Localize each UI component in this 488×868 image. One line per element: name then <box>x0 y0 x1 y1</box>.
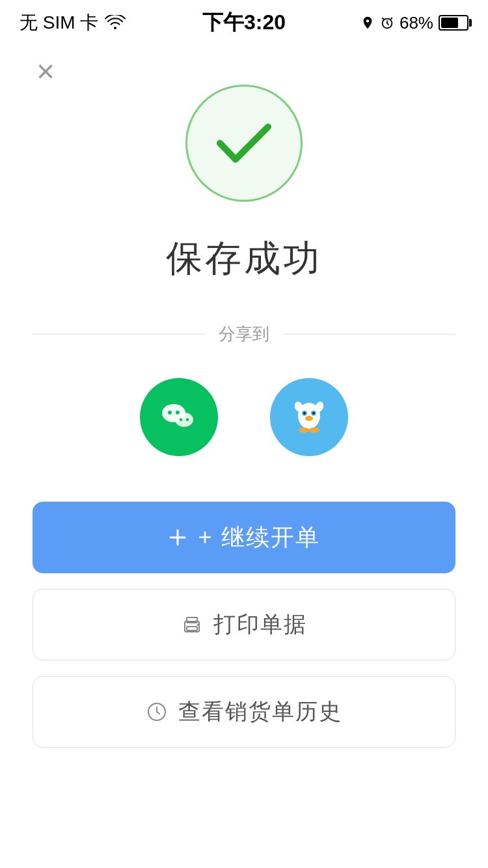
status-left: 无 SIM 卡 <box>20 10 126 35</box>
svg-point-6 <box>186 418 189 422</box>
svg-point-16 <box>309 427 319 433</box>
qq-icon <box>286 394 332 441</box>
plus-icon <box>168 528 187 547</box>
wechat-icon <box>156 394 202 441</box>
print-icon <box>181 614 203 636</box>
svg-point-5 <box>180 418 183 422</box>
share-label: 分享到 <box>219 323 269 346</box>
wifi-icon <box>105 15 126 31</box>
svg-point-2 <box>168 411 172 414</box>
svg-point-20 <box>197 624 199 626</box>
continue-button[interactable]: + 继续开单 <box>33 502 455 573</box>
battery-percent: 68% <box>400 13 433 33</box>
alarm-icon <box>380 16 394 30</box>
svg-point-15 <box>299 427 309 433</box>
share-icons <box>140 378 348 456</box>
wechat-share-button[interactable] <box>140 378 218 456</box>
battery-icon <box>439 15 468 31</box>
status-time: 下午3:20 <box>202 8 286 37</box>
success-circle <box>185 85 303 202</box>
close-button[interactable]: × <box>26 52 65 91</box>
svg-point-10 <box>303 412 306 414</box>
divider-right <box>282 334 455 334</box>
status-bar: 无 SIM 卡 下午3:20 68% <box>0 0 488 46</box>
success-title: 保存成功 <box>166 234 322 284</box>
checkmark-icon <box>215 120 273 166</box>
clock-icon <box>146 701 168 723</box>
print-label: 打印单据 <box>213 610 307 640</box>
svg-point-12 <box>305 416 313 421</box>
status-right: 68% <box>360 13 468 33</box>
close-icon: × <box>36 56 55 87</box>
history-label: 查看销货单历史 <box>178 697 342 727</box>
history-button[interactable]: 查看销货单历史 <box>33 676 455 748</box>
no-sim-label: 无 SIM 卡 <box>20 10 98 35</box>
share-divider: 分享到 <box>33 323 455 346</box>
svg-point-4 <box>175 413 193 427</box>
qq-share-button[interactable] <box>270 378 348 456</box>
svg-rect-19 <box>187 627 197 631</box>
divider-left <box>33 334 206 334</box>
action-buttons: + 继续开单 打印单据 查看销货单历史 <box>33 502 455 748</box>
main-content: 保存成功 分享到 <box>0 46 488 748</box>
location-icon <box>360 16 375 30</box>
svg-point-11 <box>312 412 315 414</box>
print-button[interactable]: 打印单据 <box>33 589 455 660</box>
continue-label: + 继续开单 <box>198 522 319 554</box>
